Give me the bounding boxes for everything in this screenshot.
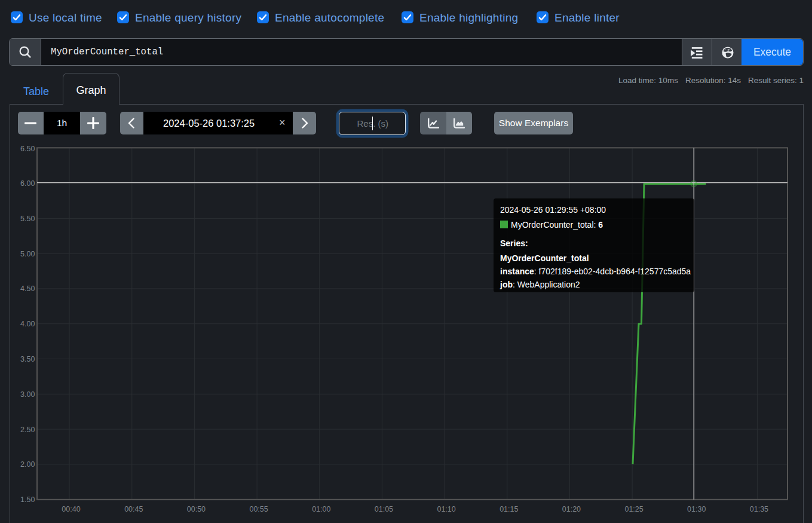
svg-text:00:40: 00:40 [62, 505, 80, 513]
svg-text:01:25: 01:25 [624, 505, 643, 513]
svg-text:4.50: 4.50 [20, 285, 35, 293]
svg-text:1.50: 1.50 [20, 496, 35, 504]
svg-text:4.00: 4.00 [20, 320, 35, 328]
svg-text:01:15: 01:15 [500, 505, 518, 513]
svg-text:2.00: 2.00 [20, 460, 35, 469]
svg-text:6.50: 6.50 [20, 145, 35, 153]
svg-text:00:50: 00:50 [187, 505, 206, 513]
svg-text:00:45: 00:45 [124, 505, 143, 513]
svg-text:6.00: 6.00 [20, 179, 35, 188]
svg-text:5.00: 5.00 [20, 250, 35, 258]
svg-text:01:20: 01:20 [562, 505, 581, 513]
svg-text:3.50: 3.50 [20, 355, 35, 363]
svg-text:01:35: 01:35 [750, 505, 768, 513]
svg-text:00:55: 00:55 [249, 505, 268, 513]
svg-text:5.50: 5.50 [20, 215, 35, 223]
svg-text:2.50: 2.50 [20, 426, 35, 434]
svg-text:01:00: 01:00 [312, 505, 330, 513]
svg-text:01:05: 01:05 [375, 505, 393, 513]
svg-text:01:30: 01:30 [687, 505, 706, 513]
svg-text:3.00: 3.00 [20, 390, 35, 399]
svg-text:01:10: 01:10 [437, 505, 455, 513]
